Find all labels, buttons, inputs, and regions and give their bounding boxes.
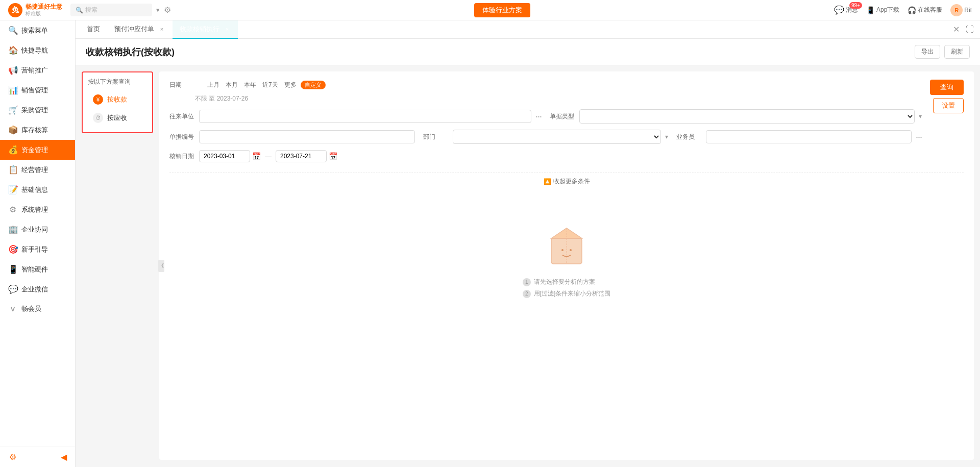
dropdown-icon[interactable]: ▾: [156, 6, 160, 14]
tab-receipt-cancel-close[interactable]: ×: [224, 26, 231, 33]
hardware-icon: 📱: [8, 264, 17, 274]
dept-field: 部门 ▾: [423, 130, 669, 144]
tab-home[interactable]: 首页: [80, 20, 107, 39]
writeoff-date-to-input[interactable]: [276, 150, 327, 162]
date-separator: —: [265, 153, 272, 160]
sidebar-item-label: 企业微信: [21, 285, 48, 294]
export-btn[interactable]: 导出: [915, 45, 940, 59]
filter-panel-wrapper: 按以下方案查询 ¥ 按收款 ⏱ 按应收 《: [82, 71, 159, 460]
empty-state: 1 请先选择要分析的方案 2 用[过滤]条件来缩小分析范围: [169, 190, 964, 329]
top-search-bar[interactable]: 🔍 搜索: [70, 4, 152, 16]
sidebar-item-hardware[interactable]: 📱 智能硬件: [0, 259, 75, 279]
edition-label: 标准版: [26, 11, 62, 17]
voucher-type-dropdown-icon[interactable]: ▾: [919, 113, 922, 120]
tab-bar: 首页 预付冲应付单 × 收款核销执行 × ✕ ⛶: [76, 20, 980, 39]
sidebar-item-guide[interactable]: 🎯 新手引导: [0, 239, 75, 259]
sidebar-item-finance[interactable]: 💰 资金管理: [0, 140, 75, 160]
date-preset-last-month[interactable]: 上月: [205, 80, 222, 90]
message-badge: 99+: [849, 2, 862, 9]
collapse-conditions-btn[interactable]: 🔼 收起更多条件: [544, 177, 590, 186]
dept-dropdown-icon[interactable]: ▾: [665, 133, 668, 140]
writeoff-date-to-group: 📅: [276, 150, 337, 162]
logo-icon: 兔: [8, 3, 22, 17]
sidebar-item-purchase[interactable]: 🛒 采购管理: [0, 100, 75, 120]
sidebar-item-search-menu[interactable]: 🔍 搜索菜单: [0, 20, 75, 40]
filter-option-by-receivable[interactable]: ⏱ 按应收: [88, 109, 147, 127]
tab-receipt-cancel[interactable]: 收款核销执行 ×: [173, 20, 238, 39]
page-actions: 导出 刷新: [915, 45, 970, 59]
staff-ellipsis[interactable]: ···: [916, 132, 922, 142]
date-preset-this-year[interactable]: 本年: [242, 80, 258, 90]
empty-tip-1: 1 请先选择要分析的方案: [523, 278, 611, 286]
refresh-btn[interactable]: 刷新: [944, 45, 970, 59]
industry-btn[interactable]: 体验行业方案: [474, 3, 530, 17]
tab-prepay-close[interactable]: ×: [158, 26, 165, 33]
page-header: 收款核销执行(按收款) 导出 刷新: [76, 39, 980, 65]
filter-panel-title: 按以下方案查询: [88, 78, 147, 86]
user-avatar[interactable]: R Rit: [950, 4, 972, 16]
by-receivable-icon: ⏱: [93, 113, 103, 123]
voucher-no-input[interactable]: [199, 130, 415, 143]
empty-tip-2-label: 用[过滤]条件来缩小分析范围: [534, 289, 611, 298]
sidebar-item-label: 营销推广: [21, 66, 48, 75]
top-bar: 兔 畅捷通好生意 标准版 🔍 搜索 ▾ ⚙ 体验行业方案 💬 消息 99+ 📱 …: [0, 0, 980, 20]
empty-illustration: [541, 220, 592, 272]
query-btn[interactable]: 查询: [930, 80, 964, 95]
sidebar-item-operations[interactable]: 📋 经营管理: [0, 160, 75, 180]
dept-select[interactable]: [453, 130, 662, 144]
staff-field: 业务员 ···: [676, 130, 922, 143]
sidebar-item-vip[interactable]: V 畅会员: [0, 299, 75, 318]
sidebar-item-system[interactable]: ⚙ 系统管理: [0, 200, 75, 219]
online-service-btn[interactable]: 🎧 在线客服: [908, 6, 942, 14]
writeoff-date-to-cal[interactable]: 📅: [329, 152, 337, 160]
top-bar-center: 体验行业方案: [171, 3, 834, 17]
date-preset-7days[interactable]: 近7天: [260, 80, 280, 90]
partner-input[interactable]: [199, 110, 531, 123]
tab-close-btn[interactable]: ✕: [951, 23, 962, 35]
sidebar-item-wechat[interactable]: 💬 企业微信: [0, 279, 75, 299]
date-preset-group: 上月 本月 本年 近7天 更多 自定义: [205, 80, 922, 90]
writeoff-date-from-cal[interactable]: 📅: [252, 152, 261, 160]
tab-expand-btn[interactable]: ⛶: [964, 24, 976, 35]
empty-tip-2: 2 用[过滤]条件来缩小分析范围: [523, 289, 611, 298]
filter-panel: 按以下方案查询 ¥ 按收款 ⏱ 按应收: [82, 71, 153, 133]
message-btn[interactable]: 💬 消息 99+: [834, 5, 858, 15]
sidebar-item-quick-nav[interactable]: 🏠 快捷导航: [0, 40, 75, 60]
sidebar-item-label: 快捷导航: [21, 46, 48, 55]
enterprise-icon: 🏢: [8, 225, 17, 234]
sidebar-item-label: 库存核算: [21, 126, 48, 135]
search-panel: 日期 上月 本月 本年 近7天 更多 自定义 不限 至 2023-07-26: [159, 71, 974, 460]
sidebar-settings-icon[interactable]: ⚙: [8, 452, 17, 462]
sidebar-collapse-btn[interactable]: ◀: [61, 452, 67, 462]
date-custom-tag[interactable]: 自定义: [301, 81, 326, 89]
username-label: Rit: [964, 7, 972, 14]
sidebar-item-inventory[interactable]: 📦 库存核算: [0, 120, 75, 140]
marketing-icon: 📢: [8, 65, 17, 75]
partner-ellipsis[interactable]: ···: [535, 111, 542, 122]
date-preset-this-month[interactable]: 本月: [224, 80, 240, 90]
setting-btn[interactable]: 设置: [933, 98, 964, 113]
search-placeholder: 搜索: [85, 6, 97, 14]
sidebar-item-label: 企业协同: [21, 225, 48, 234]
voucher-type-select[interactable]: [579, 109, 915, 124]
staff-input[interactable]: [706, 130, 912, 143]
sidebar-item-enterprise[interactable]: 🏢 企业协同: [0, 219, 75, 239]
sidebar-item-sales[interactable]: 📊 销售管理: [0, 80, 75, 100]
gear-icon[interactable]: ⚙: [164, 5, 171, 15]
sidebar-item-basic-info[interactable]: 📝 基础信息: [0, 180, 75, 200]
voucher-no-field: 单据编号: [169, 130, 415, 143]
tab-prepay[interactable]: 预付冲应付单 ×: [107, 20, 173, 39]
partner-field: 往来单位 ···: [169, 110, 542, 123]
staff-label: 业务员: [676, 133, 702, 141]
system-icon: ⚙: [8, 205, 17, 214]
top-bar-right: 💬 消息 99+ 📱 App下载 🎧 在线客服 R Rit: [834, 4, 972, 16]
date-preset-more[interactable]: 更多: [282, 80, 299, 90]
filter-option-by-receipt[interactable]: ¥ 按收款: [88, 90, 147, 109]
filter-panel-collapse-btn[interactable]: 《: [158, 260, 164, 272]
avatar: R: [950, 4, 963, 16]
app-download-btn[interactable]: 📱 App下载: [866, 6, 899, 14]
svg-point-4: [561, 249, 564, 251]
writeoff-date-from-input[interactable]: [199, 150, 250, 162]
tab-receipt-cancel-label: 收款核销执行: [180, 24, 219, 34]
sidebar-item-marketing[interactable]: 📢 营销推广: [0, 60, 75, 80]
